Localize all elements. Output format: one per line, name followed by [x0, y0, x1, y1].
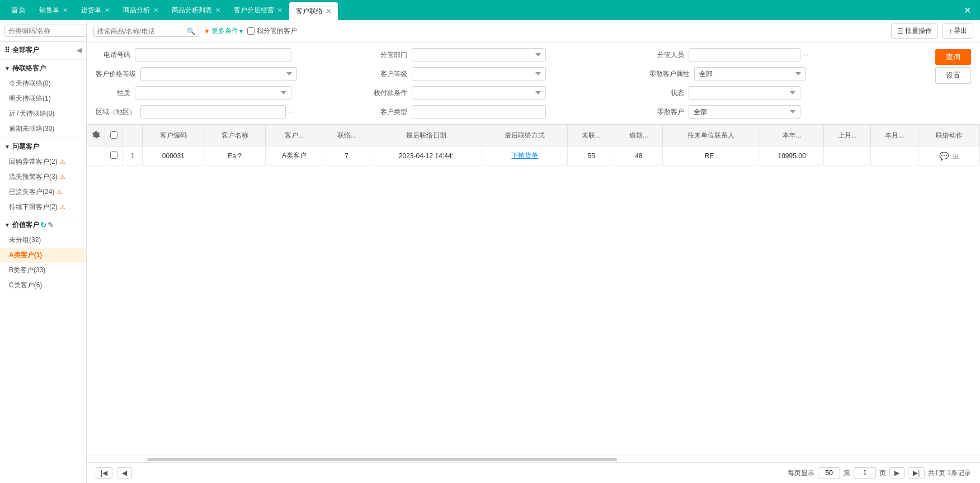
last-page-button[interactable]: ▶| — [908, 467, 925, 479]
nav-tab-purchase[interactable]: 进货单 ✕ — [74, 0, 116, 20]
status-select[interactable] — [689, 86, 800, 100]
next-page-button[interactable]: ▶ — [889, 467, 904, 479]
sidebar-item-churn-warning[interactable]: 流失预警客户(3) ⚠ — [0, 169, 86, 184]
sidebar-item-churned[interactable]: 已流失客户(24) ⚠ — [0, 184, 86, 200]
region-more-icon[interactable]: ··· — [288, 108, 294, 116]
nav-tab-customer-contact[interactable]: 客户联络 ✕ — [289, 2, 338, 20]
edit-icon[interactable]: ✎ — [48, 221, 54, 229]
person-more-icon[interactable]: ··· — [803, 51, 808, 59]
sidebar-item-c-class[interactable]: C类客户(6) — [0, 278, 86, 293]
row-checkbox[interactable] — [110, 151, 117, 159]
nav-tab-customer-layer[interactable]: 客户分层经营 ✕ — [227, 0, 289, 20]
warn-icon: ⚠ — [60, 173, 65, 181]
filter-row-1: 电话号码 分管部门 分管人员 ··· — [96, 48, 926, 61]
toolbar-search-icon[interactable]: 🔍 — [187, 27, 195, 35]
cell-name: Ea ? — [204, 146, 266, 165]
cell-overdue: 48 — [615, 146, 663, 165]
col-index — [123, 125, 143, 146]
chat-icon[interactable]: 💬 — [939, 151, 949, 160]
pagination-right: 每页显示 第 页 ▶ ▶| 共1页 1条记录 — [788, 467, 971, 479]
region-input[interactable] — [140, 105, 286, 119]
filter-cell-retail: 零散客户 全部 — [649, 105, 926, 119]
sidebar-item-a-class[interactable]: A类客户(1) — [0, 248, 86, 263]
person-input[interactable] — [689, 48, 800, 61]
sidebar-item-repurchase-abnormal[interactable]: 回购异常客户(2) ⚠ — [0, 154, 86, 169]
my-customer-checkbox-wrap: 我分管的客户 — [247, 26, 297, 36]
cell-code: 000031 — [143, 146, 204, 165]
horizontal-scrollbar[interactable] — [87, 456, 980, 462]
close-icon[interactable]: ✕ — [215, 7, 220, 14]
nav-tab-analysis-list[interactable]: 商品分析列表 ✕ — [165, 0, 227, 20]
close-icon[interactable]: ✕ — [153, 7, 158, 14]
cell-checkbox — [105, 146, 123, 165]
sidebar-item-today[interactable]: 今天待联络(0) — [0, 76, 86, 91]
batch-op-button[interactable]: ☰ 批量操作 — [891, 23, 938, 39]
col-this-month: 本月... — [871, 125, 918, 146]
cell-action: 💬 ⊞ — [918, 146, 980, 165]
phone-input[interactable] — [135, 48, 291, 61]
main-layout: 🔍 ⠿ 全部客户 ◀ ▼ 待联络客户 今天待联络(0) 明天待联络(1) 近7天… — [0, 20, 980, 483]
query-button[interactable]: 查询 — [935, 49, 971, 65]
scrollbar-thumb[interactable] — [147, 458, 617, 461]
last-method-link[interactable]: 下销货单 — [511, 151, 538, 159]
type-input[interactable] — [412, 105, 546, 119]
sidebar-wait-contact-group[interactable]: ▼ 待联络客户 — [0, 61, 86, 76]
sidebar-item-no-group[interactable]: 未分组(32) — [0, 233, 86, 248]
gear-icon[interactable] — [91, 130, 101, 140]
sidebar-item-overdue[interactable]: 逾期未联络(30) — [0, 121, 86, 136]
arrow-icon: ▼ — [4, 144, 10, 150]
close-icon[interactable]: ✕ — [326, 8, 331, 15]
export-icon: ↑ — [949, 27, 952, 35]
filter-cell-retail-attr: 零散客户属性 全部 — [649, 67, 926, 80]
sidebar-problem-group[interactable]: ▼ 问题客户 — [0, 139, 86, 154]
region-label: 区域（地区） — [96, 107, 140, 117]
sidebar-item-tomorrow[interactable]: 明天待联络(1) — [0, 91, 86, 106]
settings-button[interactable]: 设置 — [935, 67, 971, 84]
filter-cell-type: 客户类型 — [373, 105, 649, 119]
close-icon[interactable]: ✕ — [277, 7, 282, 14]
sidebar-all-customers[interactable]: ⠿ 全部客户 ◀ — [0, 42, 86, 58]
dept-select[interactable] — [412, 48, 546, 61]
per-page-input[interactable] — [818, 467, 840, 479]
payment-label: 收付款条件 — [373, 88, 412, 98]
nav-tab-analysis[interactable]: 商品分析 ✕ — [116, 0, 165, 20]
refresh-icon[interactable]: ↻ — [40, 221, 46, 229]
sidebar-item-declining[interactable]: 持续下滑客户(2) ⚠ — [0, 200, 86, 215]
export-button[interactable]: ↑ 导出 — [943, 23, 973, 39]
retail-attr-select[interactable]: 全部 — [694, 67, 806, 80]
nav-tab-sales[interactable]: 销售单 ✕ — [32, 0, 74, 20]
cell-no-contact: 55 — [568, 146, 615, 165]
retail-select[interactable]: 全部 — [689, 105, 800, 119]
table-select-all[interactable] — [110, 131, 117, 139]
close-all-tabs-button[interactable]: ✕ — [959, 5, 976, 16]
sidebar-item-7days[interactable]: 近7天待联络(0) — [0, 106, 86, 121]
col-last-method: 最后联络方式 — [482, 125, 568, 146]
cell-this-month — [871, 146, 918, 165]
payment-select[interactable] — [412, 86, 546, 100]
first-page-button[interactable]: |◀ — [96, 467, 112, 479]
my-customer-checkbox[interactable] — [247, 27, 255, 35]
filter-cell-status: 状态 — [649, 86, 926, 100]
close-icon[interactable]: ✕ — [63, 7, 68, 14]
qr-icon[interactable]: ⊞ — [952, 151, 959, 160]
grade-select[interactable] — [412, 67, 546, 80]
price-grade-select[interactable] — [140, 67, 297, 80]
page-number-input[interactable] — [854, 467, 876, 479]
toolbar-search-input[interactable] — [97, 27, 187, 35]
warn-icon: ⚠ — [60, 203, 65, 211]
filter-cell-price-grade: 客户价格等级 — [96, 67, 373, 80]
nav-home[interactable]: 首页 — [4, 5, 32, 15]
cell-last-method: 下销货单 — [482, 146, 568, 165]
sidebar-search-wrap: 🔍 — [0, 20, 86, 42]
close-icon[interactable]: ✕ — [105, 7, 110, 14]
toolbar-search-wrap: 🔍 — [93, 26, 199, 37]
sidebar-value-group[interactable]: ▼ 价值客户 ↻ ✎ — [0, 217, 86, 233]
col-last-date: 最后联络日期 — [370, 125, 482, 146]
filter-more-button[interactable]: ▼ 更多条件 ▾ — [204, 26, 243, 36]
nature-select[interactable] — [135, 86, 291, 100]
sidebar-search-input[interactable] — [4, 25, 87, 37]
prev-page-button[interactable]: ◀ — [117, 467, 132, 479]
cell-last-month — [823, 146, 871, 165]
sidebar-item-b-class[interactable]: B类客户(33) — [0, 263, 86, 278]
cell-contact: 7 — [323, 146, 370, 165]
